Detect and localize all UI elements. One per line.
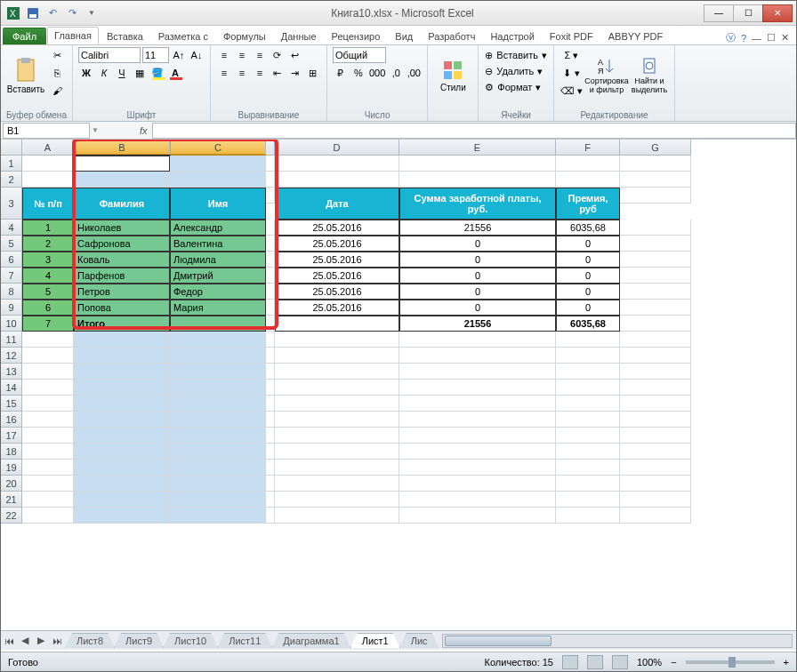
- maximize-button[interactable]: ☐: [733, 4, 763, 22]
- format-painter-icon[interactable]: 🖌: [49, 83, 65, 99]
- select-all-corner[interactable]: [1, 140, 22, 156]
- header-cell[interactable]: Премия, руб: [556, 188, 620, 220]
- cell-r1c3[interactable]: [266, 156, 275, 172]
- cell-r22c6[interactable]: [556, 508, 620, 524]
- cell-r21c0[interactable]: [22, 492, 74, 508]
- spreadsheet-grid[interactable]: ABCDEFG 12345678910111213141516171819202…: [1, 140, 796, 637]
- data-cell-r7c7[interactable]: [620, 268, 691, 284]
- cell-r21c1[interactable]: [74, 492, 170, 508]
- cell-r2c1[interactable]: [74, 172, 170, 188]
- indent-dec-icon[interactable]: ⇤: [270, 65, 286, 81]
- cell-r17c6[interactable]: [556, 428, 620, 444]
- cell-r21c5[interactable]: [399, 492, 556, 508]
- tab-data[interactable]: Данные: [274, 28, 324, 44]
- row-header-6[interactable]: 6: [1, 252, 22, 268]
- cell-r19c0[interactable]: [22, 460, 74, 476]
- cell-r20c5[interactable]: [399, 476, 556, 492]
- minimize-ribbon-icon[interactable]: ⓥ: [726, 31, 736, 44]
- data-cell-r9c3[interactable]: [266, 300, 275, 316]
- header-cell[interactable]: Сумма заработной платы, руб.: [399, 188, 556, 220]
- cell-r15c1[interactable]: [74, 396, 170, 412]
- cell-r17c7[interactable]: [620, 428, 691, 444]
- cell-r20c1[interactable]: [74, 476, 170, 492]
- data-cell-r7c4[interactable]: 25.05.2016: [275, 268, 399, 284]
- fx-icon[interactable]: fx: [134, 125, 153, 136]
- data-cell-r5c3[interactable]: [266, 236, 275, 252]
- cell-r1c5[interactable]: [399, 156, 556, 172]
- merge-icon[interactable]: ⊞: [305, 65, 321, 81]
- align-center-icon[interactable]: ≡: [234, 65, 250, 81]
- cell-r13c4[interactable]: [275, 364, 399, 380]
- cell-r16c2[interactable]: [170, 412, 266, 428]
- sheet-tab-Лист10[interactable]: Лист10: [163, 633, 218, 648]
- cell-r2c7[interactable]: [620, 172, 691, 188]
- font-size-select[interactable]: [142, 47, 169, 63]
- cell-r13c3[interactable]: [266, 364, 275, 380]
- sheet-tab-Диаграмма1[interactable]: Диаграмма1: [271, 633, 350, 648]
- data-cell-r6c6[interactable]: 0: [556, 252, 620, 268]
- cell-r11c3[interactable]: [266, 332, 275, 348]
- gap-cell[interactable]: [266, 188, 275, 204]
- cell-r17c0[interactable]: [22, 428, 74, 444]
- cell-r1c0[interactable]: [22, 156, 74, 172]
- cell-r11c0[interactable]: [22, 332, 74, 348]
- total-cell-c2[interactable]: [170, 316, 266, 332]
- data-cell-r9c2[interactable]: Мария: [170, 300, 266, 316]
- cell-r14c7[interactable]: [620, 380, 691, 396]
- clear-icon[interactable]: ⌫ ▾: [560, 83, 584, 99]
- zoom-slider[interactable]: [686, 660, 775, 664]
- header-cell[interactable]: Дата: [275, 188, 399, 220]
- cell-r16c3[interactable]: [266, 412, 275, 428]
- sheet-tab-Лист8[interactable]: Лист8: [65, 633, 115, 648]
- row-header-13[interactable]: 13: [1, 364, 22, 380]
- data-cell-r5c7[interactable]: [620, 236, 691, 252]
- cell-r16c0[interactable]: [22, 412, 74, 428]
- cell-r21c3[interactable]: [266, 492, 275, 508]
- sheet-tab-Лист1[interactable]: Лист1: [350, 633, 400, 648]
- row-header-15[interactable]: 15: [1, 396, 22, 412]
- tab-formulas[interactable]: Формулы: [216, 28, 273, 44]
- styles-button[interactable]: Стили: [433, 47, 472, 104]
- cell-r16c1[interactable]: [74, 412, 170, 428]
- row-header-3[interactable]: 3: [1, 188, 22, 220]
- data-cell-r4c7[interactable]: [620, 220, 691, 236]
- data-cell-r8c5[interactable]: 0: [399, 284, 556, 300]
- data-cell-r9c6[interactable]: 0: [556, 300, 620, 316]
- cell-r1c6[interactable]: [556, 156, 620, 172]
- col-header-C[interactable]: C: [170, 140, 266, 156]
- insert-cells-button[interactable]: ⊕ Вставить ▾: [484, 47, 548, 63]
- align-top-icon[interactable]: ≡: [216, 47, 232, 63]
- data-cell-r7c5[interactable]: 0: [399, 268, 556, 284]
- orientation-icon[interactable]: ⟳: [270, 47, 286, 63]
- row-header-5[interactable]: 5: [1, 236, 22, 252]
- fill-icon[interactable]: ⬇ ▾: [560, 65, 584, 81]
- col-header-A[interactable]: A: [22, 140, 74, 156]
- sort-filter-button[interactable]: АЯ Сортировка и фильтр: [587, 47, 626, 104]
- cell-r22c5[interactable]: [399, 508, 556, 524]
- col-header-G[interactable]: G: [620, 140, 691, 156]
- col-header-B[interactable]: B: [74, 140, 170, 156]
- data-cell-r6c4[interactable]: 25.05.2016: [275, 252, 399, 268]
- cell-r14c2[interactable]: [170, 380, 266, 396]
- minimize-button[interactable]: —: [704, 4, 734, 22]
- gap-cell[interactable]: [620, 188, 691, 204]
- row-header-4[interactable]: 4: [1, 220, 22, 236]
- excel-icon[interactable]: X: [4, 4, 22, 22]
- cell-r11c2[interactable]: [170, 332, 266, 348]
- data-cell-r6c0[interactable]: 3: [22, 252, 74, 268]
- cell-r15c4[interactable]: [275, 396, 399, 412]
- italic-button[interactable]: К: [96, 65, 112, 81]
- align-bottom-icon[interactable]: ≡: [252, 47, 268, 63]
- cell-r22c1[interactable]: [74, 508, 170, 524]
- header-cell[interactable]: № п/п: [22, 188, 74, 220]
- cell-r17c2[interactable]: [170, 428, 266, 444]
- undo-icon[interactable]: ↶: [44, 4, 61, 22]
- tab-insert[interactable]: Вставка: [100, 28, 150, 44]
- data-cell-r6c1[interactable]: Коваль: [74, 252, 170, 268]
- data-cell-r9c1[interactable]: Попова: [74, 300, 170, 316]
- data-cell-r5c6[interactable]: 0: [556, 236, 620, 252]
- cell-r22c7[interactable]: [620, 508, 691, 524]
- cell-r18c5[interactable]: [399, 444, 556, 460]
- data-cell-r8c4[interactable]: 25.05.2016: [275, 284, 399, 300]
- cell-r2c6[interactable]: [556, 172, 620, 188]
